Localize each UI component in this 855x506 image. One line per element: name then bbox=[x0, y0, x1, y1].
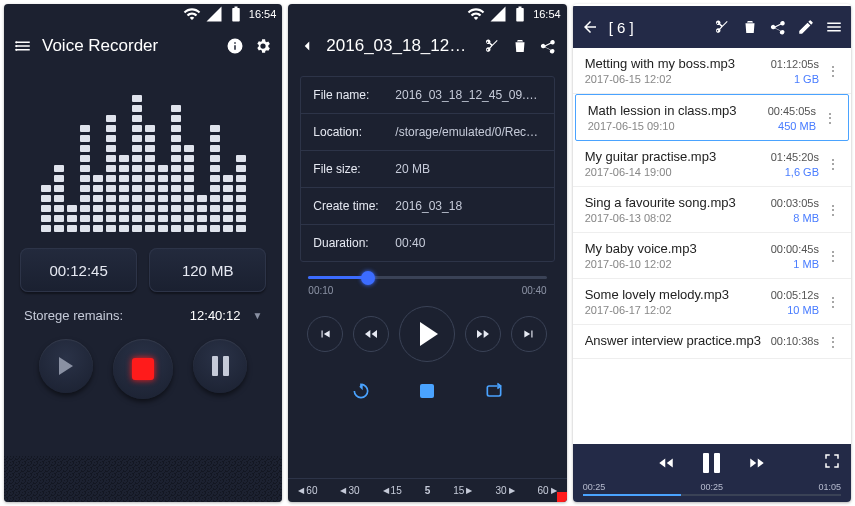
app-title: Voice Recorder bbox=[42, 36, 216, 56]
wifi-icon bbox=[183, 5, 201, 23]
recorder-screen: 16:54 Voice Recorder 00:12:45 120 MB Sto… bbox=[4, 4, 282, 502]
skip-start-button[interactable] bbox=[307, 316, 343, 352]
seek-bar[interactable] bbox=[288, 266, 566, 279]
share-icon[interactable] bbox=[539, 37, 557, 55]
delete-icon[interactable] bbox=[741, 18, 759, 36]
mini-time-end: 01:05 bbox=[818, 482, 841, 492]
time-end: 00:40 bbox=[522, 285, 547, 296]
storage-label: Storege remains: bbox=[24, 308, 123, 323]
menu-icon[interactable] bbox=[14, 37, 32, 55]
app-bar: [ 6 ] bbox=[573, 6, 851, 48]
rewind-button[interactable] bbox=[353, 316, 389, 352]
more-icon[interactable]: ⋮ bbox=[825, 334, 841, 350]
recordings-list[interactable]: Metting with my boss.mp301:12:05s⋮2017-0… bbox=[573, 48, 851, 444]
mini-progress[interactable] bbox=[583, 494, 841, 496]
detail-row: File size:20 MB bbox=[301, 151, 553, 188]
back-icon[interactable] bbox=[581, 18, 599, 36]
signal-icon bbox=[205, 5, 223, 23]
skip-end-button[interactable] bbox=[511, 316, 547, 352]
elapsed-time: 00:12:45 bbox=[20, 248, 137, 292]
list-item[interactable]: Math lession in class.mp300:45:05s⋮2017-… bbox=[575, 94, 849, 141]
status-bar: 16:54 bbox=[4, 4, 282, 24]
list-title: [ 6 ] bbox=[609, 19, 703, 36]
detail-row: Create time:2016_03_18 bbox=[301, 188, 553, 225]
play-button[interactable] bbox=[399, 306, 455, 362]
more-icon[interactable]: ⋮ bbox=[825, 294, 841, 310]
more-icon[interactable]: ⋮ bbox=[825, 202, 841, 218]
equalizer bbox=[4, 68, 282, 238]
expand-icon[interactable] bbox=[823, 452, 841, 470]
status-time: 16:54 bbox=[533, 8, 561, 20]
app-bar: 2016_03_18_12_45_... bbox=[288, 24, 566, 68]
status-bar: 16:54 bbox=[288, 4, 566, 24]
detail-row: Location:/storage/emulated/0/Recorders/ bbox=[301, 114, 553, 151]
seek-step[interactable]: 30▶ bbox=[495, 485, 514, 496]
loop-icon[interactable] bbox=[481, 378, 507, 404]
stop-button[interactable] bbox=[414, 378, 440, 404]
more-icon[interactable]: ⋮ bbox=[822, 110, 838, 126]
replay-icon[interactable] bbox=[348, 378, 374, 404]
speaker-grille bbox=[4, 456, 282, 502]
mini-player: 00:25 00:25 01:05 bbox=[573, 444, 851, 502]
share-icon[interactable] bbox=[769, 18, 787, 36]
seek-step[interactable]: 60▶ bbox=[538, 485, 557, 496]
svg-point-2 bbox=[15, 49, 17, 51]
battery-icon bbox=[227, 5, 245, 23]
storage-value: 12:40:12 bbox=[190, 308, 241, 323]
detail-row: File name:2016_03_18_12_45_09.mp3 bbox=[301, 77, 553, 114]
chevron-down-icon[interactable]: ▼ bbox=[252, 310, 262, 321]
info-icon[interactable] bbox=[226, 37, 244, 55]
wifi-icon bbox=[467, 5, 485, 23]
counters: 00:12:45 120 MB bbox=[4, 238, 282, 302]
more-icon[interactable]: ⋮ bbox=[825, 156, 841, 172]
list-item[interactable]: My guitar practise.mp301:45:20s⋮2017-06-… bbox=[573, 141, 851, 187]
back-icon[interactable] bbox=[298, 37, 316, 55]
list-item[interactable]: Answer interview practice.mp300:10:38s⋮ bbox=[573, 325, 851, 359]
trim-icon[interactable] bbox=[713, 18, 731, 36]
file-details: File name:2016_03_18_12_45_09.mp3Locatio… bbox=[300, 76, 554, 262]
menu-icon[interactable] bbox=[825, 18, 843, 36]
pause-button[interactable] bbox=[193, 339, 247, 393]
signal-icon bbox=[489, 5, 507, 23]
file-title: 2016_03_18_12_45_... bbox=[326, 36, 472, 56]
seek-step[interactable]: ◀60 bbox=[298, 485, 317, 496]
trim-icon[interactable] bbox=[483, 37, 501, 55]
app-bar: Voice Recorder bbox=[4, 24, 282, 68]
rewind-button[interactable] bbox=[657, 454, 675, 472]
svg-point-0 bbox=[15, 41, 17, 43]
forward-button[interactable] bbox=[465, 316, 501, 352]
seek-step[interactable]: ◀30 bbox=[340, 485, 359, 496]
secondary-actions bbox=[288, 368, 566, 410]
forward-button[interactable] bbox=[748, 454, 766, 472]
gear-icon[interactable] bbox=[254, 37, 272, 55]
more-icon[interactable]: ⋮ bbox=[825, 248, 841, 264]
file-size: 120 MB bbox=[149, 248, 266, 292]
play-button[interactable] bbox=[39, 339, 93, 393]
mini-time-start: 00:25 bbox=[583, 482, 606, 492]
storage-row: Storege remains: 12:40:12 ▼ bbox=[4, 302, 282, 333]
more-icon[interactable]: ⋮ bbox=[825, 63, 841, 79]
seek-step[interactable]: 5 bbox=[425, 485, 431, 496]
record-button[interactable] bbox=[113, 339, 173, 399]
detail-row: Duaration:00:40 bbox=[301, 225, 553, 261]
seek-step[interactable]: ◀15 bbox=[383, 485, 402, 496]
edit-icon[interactable] bbox=[797, 18, 815, 36]
playback-controls bbox=[288, 298, 566, 368]
status-time: 16:54 bbox=[249, 8, 277, 20]
list-item[interactable]: Some lovely melody.mp300:05:12s⋮2017-06-… bbox=[573, 279, 851, 325]
list-item[interactable]: Metting with my boss.mp301:12:05s⋮2017-0… bbox=[573, 48, 851, 94]
record-controls bbox=[4, 333, 282, 409]
time-start: 00:10 bbox=[308, 285, 333, 296]
library-screen: [ 6 ] Metting with my boss.mp301:12:05s⋮… bbox=[573, 4, 851, 502]
time-labels: 00:10 00:40 bbox=[288, 279, 566, 298]
resize-handle[interactable] bbox=[557, 492, 567, 502]
mini-time-mid: 00:25 bbox=[701, 482, 724, 492]
delete-icon[interactable] bbox=[511, 37, 529, 55]
player-screen: 16:54 2016_03_18_12_45_... File name:201… bbox=[288, 4, 566, 502]
list-item[interactable]: My baby voice.mp300:00:45s⋮2017-06-10 12… bbox=[573, 233, 851, 279]
svg-point-1 bbox=[15, 45, 17, 47]
pause-button[interactable] bbox=[703, 453, 720, 473]
battery-icon bbox=[511, 5, 529, 23]
seek-step[interactable]: 15▶ bbox=[453, 485, 472, 496]
list-item[interactable]: Sing a favourite song.mp300:03:05s⋮2017-… bbox=[573, 187, 851, 233]
